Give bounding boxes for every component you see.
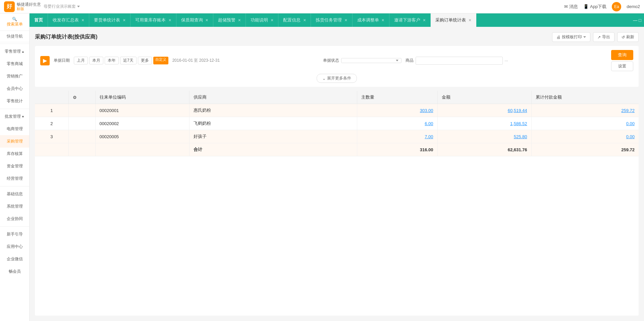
sidebar-item-purchase[interactable]: 采购管理 <box>0 135 29 148</box>
close-icon[interactable]: × <box>423 17 426 23</box>
export-icon: ↗ <box>597 35 601 40</box>
date-buttons: 上月 本月 本年 近7天 更多 自定义 <box>74 57 168 64</box>
sidebar-item-app-center[interactable]: 应用中心 <box>0 240 29 253</box>
expand-more-button[interactable]: ⌄ 展开更多条件 <box>317 74 357 83</box>
sidebar-item-ecommerce[interactable]: 电商管理 <box>0 123 29 135</box>
tab-order-stats[interactable]: 要货单统计表 × <box>89 13 130 27</box>
goods-filter-group: 商品 ··· <box>406 57 508 65</box>
sidebar-item-enterprise-wechat[interactable]: 企业微信 <box>0 253 29 265</box>
th-amount: 金额 <box>437 91 531 104</box>
arrow-down-icon-2: ▼ <box>21 115 24 118</box>
window-min-icon[interactable]: — <box>633 18 637 23</box>
tab-label: 拣货任务管理 <box>316 17 342 23</box>
status-select[interactable] <box>341 58 401 63</box>
settings-button[interactable]: 设置 <box>611 61 633 71</box>
sidebar-item-retail-shop[interactable]: 零售商城 <box>0 58 29 70</box>
cell-code: 00020005 <box>95 130 189 143</box>
close-icon[interactable]: × <box>344 17 347 23</box>
cell-paid[interactable]: 0.00 <box>531 130 639 143</box>
table-header-row: ⚙ 往来单位编码 供应商 主数量 金额 累计付款金额 <box>35 91 639 104</box>
cell-amount[interactable]: 525.80 <box>437 130 531 143</box>
footer-empty-1 <box>35 143 68 156</box>
breadcrumb-arrow-icon[interactable] <box>77 6 80 7</box>
export-button[interactable]: ↗ 导出 <box>593 32 614 42</box>
close-icon[interactable]: × <box>123 17 125 23</box>
top-bar-left: 好 畅捷通好生意 标版 母婴行业演示账套 <box>4 1 80 12</box>
sidebar-item-finance[interactable]: 资金管理 <box>0 160 29 172</box>
sidebar-item-operations[interactable]: 经营管理 <box>0 172 29 185</box>
sidebar-item-label: 电商管理 <box>7 126 23 131</box>
more-options-icon[interactable]: ··· <box>505 58 508 63</box>
close-icon[interactable]: × <box>303 17 306 23</box>
sidebar-quick-nav[interactable]: 快捷导航 <box>0 31 29 42</box>
tab-recv-summary[interactable]: 收发存汇总表 × <box>48 13 89 27</box>
avatar[interactable]: Ea <box>612 2 621 11</box>
goods-input[interactable] <box>416 57 503 65</box>
tab-expiry-query[interactable]: 保质期查询 × <box>176 13 213 27</box>
message-button[interactable]: ✉ 消息 <box>564 4 578 10</box>
print-button[interactable]: 🖨 按模板打印 <box>552 32 590 42</box>
tab-available-inventory[interactable]: 可用量库存账本 × <box>130 13 176 27</box>
sidebar-item-system[interactable]: 系统管理 <box>0 200 29 213</box>
cell-qty[interactable]: 303.00 <box>357 104 437 117</box>
tab-config-info[interactable]: 配置信息 × <box>278 13 311 27</box>
cell-amount[interactable]: 60,519.44 <box>437 104 531 117</box>
sidebar-item-member-vip[interactable]: 畅会员 <box>0 265 29 278</box>
sidebar-item-retail-management[interactable]: 零售管理 ▲ <box>0 45 29 58</box>
close-icon[interactable]: × <box>82 17 84 23</box>
sidebar-item-label: 系统管理 <box>7 204 23 209</box>
cell-paid[interactable]: 259.72 <box>531 104 639 117</box>
filter-toggle-button[interactable]: ▶ <box>40 56 50 65</box>
logo-area: 好 畅捷通好生意 标版 <box>4 1 41 12</box>
sidebar-item-marketing[interactable]: 营销推广 <box>0 70 29 83</box>
cell-index: 2 <box>35 117 68 130</box>
sidebar-item-member-center[interactable]: 会员中心 <box>0 83 29 95</box>
close-icon[interactable]: × <box>168 17 171 23</box>
sidebar-search[interactable]: 🔍 搜索菜单 <box>0 13 29 31</box>
close-icon[interactable]: × <box>469 17 471 23</box>
filter-row: ▶ 单据日期 上月 本月 本年 近7天 更多 自定义 2016-01-01 至 … <box>40 50 633 71</box>
cell-qty[interactable]: 6.00 <box>357 117 437 130</box>
cell-paid[interactable]: 0.00 <box>531 117 639 130</box>
status-label: 单据状态 <box>323 58 339 63</box>
date-btn-more[interactable]: 更多 <box>138 57 152 64</box>
print-arrow-icon <box>583 36 586 38</box>
date-btn-this-year[interactable]: 本年 <box>105 57 119 64</box>
query-button[interactable]: 查询 <box>611 50 633 60</box>
tab-overstock-warning[interactable]: 超储预警 × <box>213 13 246 27</box>
sidebar-item-enterprise-collab[interactable]: 企业协同 <box>0 213 29 225</box>
close-icon[interactable]: × <box>271 17 273 23</box>
tab-pick-task[interactable]: 拣货任务管理 × <box>311 13 352 27</box>
data-table: ⚙ 往来单位编码 供应商 主数量 金额 累计付款金额 1 00020001 惠氏… <box>35 91 639 156</box>
tab-cost-adjust[interactable]: 成本调整单 × <box>353 13 389 27</box>
app-download-button[interactable]: 📱 App下载 <box>583 4 606 10</box>
date-btn-last-month[interactable]: 上月 <box>74 57 88 64</box>
sidebar-item-wholesale[interactable]: 批发管理 ▼ <box>0 110 29 123</box>
date-range: 2016-01-01 至 2023-12-31 <box>172 58 220 63</box>
th-qty: 主数量 <box>357 91 437 104</box>
close-icon[interactable]: × <box>238 17 241 23</box>
date-btn-7days[interactable]: 近7天 <box>120 57 137 64</box>
window-max-icon[interactable]: □ <box>639 18 641 23</box>
sidebar-item-inventory[interactable]: 库存核算 <box>0 148 29 160</box>
cell-amount[interactable]: 1,586.52 <box>437 117 531 130</box>
page-actions: 🖨 按模板打印 ↗ 导出 ↺ 刷新 <box>552 32 639 42</box>
th-settings[interactable]: ⚙ <box>68 91 95 104</box>
tab-label: 超储预警 <box>218 17 235 23</box>
tab-function-guide[interactable]: 功能说明 × <box>246 13 278 27</box>
tab-invite-downstream[interactable]: 邀请下游客户 × <box>389 13 431 27</box>
sidebar-item-retail-stats[interactable]: 零售统计 <box>0 95 29 107</box>
tab-home[interactable]: 首页 <box>30 13 48 27</box>
close-icon[interactable]: × <box>206 17 208 23</box>
date-btn-this-month[interactable]: 本月 <box>89 57 103 64</box>
tab-label: 首页 <box>34 17 43 23</box>
close-icon[interactable]: × <box>382 17 384 23</box>
tab-purchase-order-stats[interactable]: 采购订单统计表 × <box>431 13 476 27</box>
sidebar-item-basic-info[interactable]: 基础信息 <box>0 188 29 200</box>
footer-empty-2 <box>68 143 95 156</box>
footer-label <box>95 143 189 156</box>
refresh-button[interactable]: ↺ 刷新 <box>617 32 639 42</box>
cell-qty[interactable]: 7.00 <box>357 130 437 143</box>
sidebar-item-new-guide[interactable]: 新手引导 <box>0 228 29 240</box>
th-paid: 累计付款金额 <box>531 91 639 104</box>
